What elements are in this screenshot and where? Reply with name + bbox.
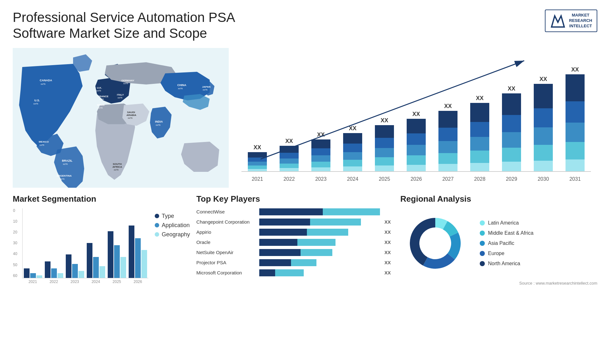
reg-legend-label: Latin America xyxy=(488,220,519,226)
bar-segment xyxy=(470,163,489,171)
bar-segment xyxy=(566,142,585,159)
svg-text:xx%: xx% xyxy=(63,163,68,165)
bar-top-label: XX xyxy=(412,111,420,118)
player-xx-label: XX xyxy=(384,219,394,225)
player-bar-light xyxy=(275,269,304,276)
bar-top-label: XX xyxy=(571,66,579,73)
bar-top-label: XX xyxy=(539,76,547,83)
seg-bar-geo xyxy=(78,271,84,278)
svg-text:ARGENTINA: ARGENTINA xyxy=(57,174,72,177)
bar-stack xyxy=(375,125,394,171)
player-name: ConnectWise xyxy=(196,209,257,214)
reg-legend-item: Middle East & Africa xyxy=(480,230,533,236)
bar-stack xyxy=(534,84,553,171)
svg-text:xx%: xx% xyxy=(114,168,119,171)
legend-dot xyxy=(155,232,159,237)
bar-stack xyxy=(470,103,489,171)
bar-stack xyxy=(248,152,267,171)
bar-segment xyxy=(502,115,521,132)
bar-chart-container: XXXXXXXXXXXXXXXXXXXXXX 20212022202320242… xyxy=(235,48,597,188)
player-bar-dark xyxy=(259,249,301,256)
regional-title: Regional Analysis xyxy=(400,194,597,204)
reg-legend-item: Latin America xyxy=(480,220,533,226)
player-bar-light xyxy=(291,259,316,266)
svg-text:U.S.: U.S. xyxy=(34,99,40,102)
reg-legend-dot xyxy=(480,231,485,236)
svg-text:xx%: xx% xyxy=(118,96,122,99)
bar-segment xyxy=(375,138,394,148)
svg-text:ITALY: ITALY xyxy=(117,93,124,96)
seg-bar-group xyxy=(66,254,84,278)
logo-text: MARKET RESEARCH INTELLECT xyxy=(569,13,592,29)
legend-label: Geography xyxy=(162,231,190,238)
segmentation-container: Market Segmentation 6050403020100 202120… xyxy=(13,194,190,354)
bar-group: XX xyxy=(502,85,521,171)
bar-group: XX xyxy=(248,144,267,171)
reg-legend-dot xyxy=(480,220,485,226)
players-title: Top Key Players xyxy=(196,194,394,204)
page-container: Professional Service Automation PSA Soft… xyxy=(0,0,610,364)
svg-text:xx%: xx% xyxy=(123,82,128,85)
reg-legend-dot xyxy=(480,251,485,256)
bar-year-label: 2028 xyxy=(474,176,485,182)
seg-bar-group xyxy=(45,261,63,278)
bar-top-label: XX xyxy=(476,95,484,102)
bar-segment xyxy=(311,167,330,171)
player-bars xyxy=(259,239,380,246)
svg-text:CANADA: CANADA xyxy=(40,79,52,82)
bar-segment xyxy=(280,168,299,171)
bar-segment xyxy=(311,162,330,167)
svg-text:xx%: xx% xyxy=(39,144,44,146)
bar-segment xyxy=(248,152,267,158)
svg-text:FRANCE: FRANCE xyxy=(98,95,109,98)
svg-text:xx%: xx% xyxy=(128,117,132,119)
bar-segment xyxy=(407,133,426,145)
bar-year-label: 2023 xyxy=(315,176,327,182)
seg-bar-app xyxy=(72,264,78,278)
bar-segment xyxy=(502,132,521,148)
bar-segment xyxy=(343,166,362,171)
svg-text:U.K.: U.K. xyxy=(97,86,102,89)
bar-group: XX xyxy=(407,111,426,171)
svg-text:xx%: xx% xyxy=(178,87,183,90)
bar-segment xyxy=(343,133,362,144)
svg-text:xx%: xx% xyxy=(33,102,38,105)
player-name: Oracle xyxy=(196,239,257,245)
player-name: Projector PSA xyxy=(196,260,257,265)
bar-segment xyxy=(375,165,394,171)
player-name: Microsoft Corporation xyxy=(196,270,257,275)
bar-year-label: 2027 xyxy=(442,176,454,182)
bar-segment xyxy=(534,145,553,161)
bar-top-label: XX xyxy=(381,117,388,124)
seg-chart-area: 6050403020100 xyxy=(22,208,148,278)
bar-segment xyxy=(502,93,521,115)
bar-segment xyxy=(566,123,585,142)
seg-x-labels: 202120222023202420252026 xyxy=(22,280,148,284)
svg-text:SPAIN: SPAIN xyxy=(97,104,105,106)
year-labels: 2021202220232024202520262027202820292030… xyxy=(241,174,591,182)
bar-stack xyxy=(407,119,426,171)
seg-bar-app xyxy=(135,238,141,278)
bar-segment xyxy=(375,157,394,165)
reg-legend-label: Europe xyxy=(488,251,505,256)
player-bar-dark xyxy=(259,208,323,215)
seg-bar-group xyxy=(129,226,147,278)
players-container: Top Key Players ConnectWiseChangepoint C… xyxy=(196,194,394,354)
bar-segment xyxy=(280,153,299,158)
bar-segment xyxy=(438,164,458,171)
svg-text:BRAZIL: BRAZIL xyxy=(62,159,72,162)
bar-group: XX xyxy=(438,103,458,171)
world-map: CANADA xx% U.S. xx% MEXICO xx% BRAZIL xx… xyxy=(13,48,229,188)
player-xx-label: XX xyxy=(384,229,394,235)
bar-segment xyxy=(407,165,426,171)
bar-segment xyxy=(470,103,489,122)
player-row: ConnectWise xyxy=(196,208,394,215)
reg-legend-item: Asia Pacific xyxy=(480,240,533,246)
player-name: Appirio xyxy=(196,229,257,235)
header: Professional Service Automation PSA Soft… xyxy=(13,10,597,42)
player-xx-label: XX xyxy=(384,250,394,255)
bars-wrapper: XXXXXXXXXXXXXXXXXXXXXX xyxy=(241,51,591,172)
bar-top-label: XX xyxy=(444,103,452,110)
bar-segment xyxy=(502,162,521,171)
bar-year-label: 2031 xyxy=(569,176,581,182)
